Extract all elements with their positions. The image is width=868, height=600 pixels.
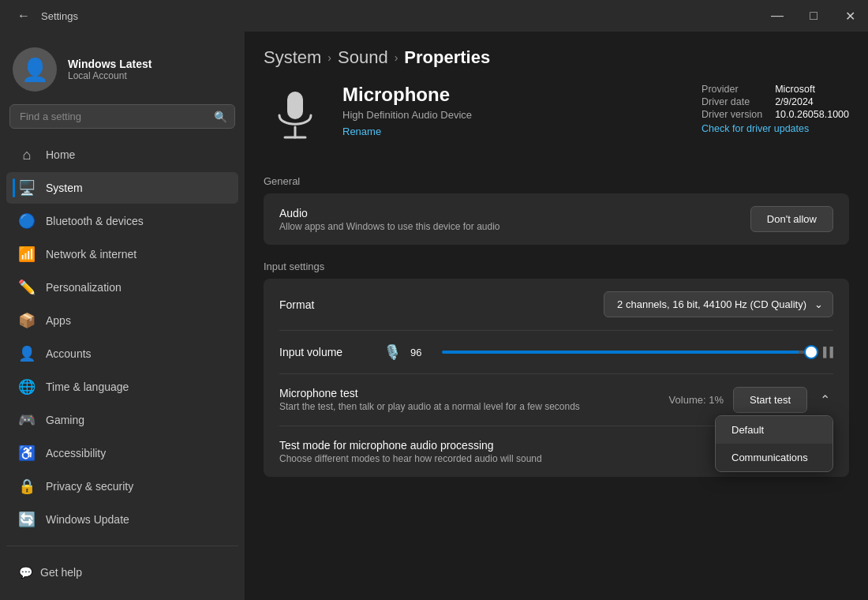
format-row: Format 2 channels, 16 bit, 44100 Hz (CD … [264, 279, 849, 330]
driver-date-label: Driver date [702, 96, 762, 107]
format-select-button[interactable]: 2 channels, 16 bit, 44100 Hz (CD Quality… [604, 291, 833, 317]
home-icon: ⌂ [19, 147, 35, 163]
volume-label: Input volume [279, 346, 374, 358]
titlebar-controls: — □ ✕ [759, 0, 868, 32]
driver-version-label: Driver version [702, 109, 762, 120]
volume-reading: Volume: 1% [669, 394, 724, 406]
dropdown-item-communications[interactable]: Communications [716, 444, 832, 471]
driver-version-value: 10.0.26058.1000 [775, 109, 849, 120]
breadcrumb-sep2: › [395, 51, 398, 64]
sidebar-item-windowsupdate-label: Windows Update [46, 513, 129, 526]
privacy-icon: 🔒 [19, 478, 35, 494]
user-name: Windows Latest [68, 58, 152, 70]
close-button[interactable]: ✕ [832, 0, 868, 32]
user-type: Local Account [68, 70, 152, 81]
search-input[interactable] [9, 104, 235, 129]
input-settings-header: Input settings [264, 248, 849, 279]
sidebar-item-privacy[interactable]: 🔒 Privacy & security [6, 471, 238, 502]
windowsupdate-icon: 🔄 [19, 512, 35, 527]
sidebar-item-personalization-label: Personalization [46, 281, 122, 294]
driver-info: Provider Microsoft Driver date 2/9/2024 … [702, 84, 849, 134]
rename-link[interactable]: Rename [342, 126, 381, 137]
breadcrumb-current: Properties [404, 47, 490, 68]
sidebar-item-system[interactable]: 🖥️ System [6, 172, 238, 204]
sidebar-item-windowsupdate[interactable]: 🔄 Windows Update [6, 504, 238, 535]
volume-mic-icon: 🎙️ [383, 343, 401, 361]
dont-allow-button[interactable]: Don't allow [750, 206, 833, 232]
sidebar-item-network[interactable]: 📶 Network & internet [6, 238, 238, 270]
sidebar-item-accounts[interactable]: 👤 Accounts [6, 338, 238, 369]
microphone-icon-large [264, 84, 327, 147]
audio-setting-card: Audio Allow apps and Windows to use this… [264, 193, 849, 245]
minimize-button[interactable]: — [759, 0, 795, 32]
sidebar-item-time[interactable]: 🌐 Time & language [6, 371, 238, 403]
user-profile: 👤 Windows Latest Local Account [0, 32, 245, 104]
accessibility-icon: ♿ [19, 445, 35, 461]
format-value: 2 channels, 16 bit, 44100 Hz (CD Quality… [617, 298, 806, 310]
device-name: Microphone [342, 84, 686, 106]
mic-test-header: Microphone test Start the test, then tal… [279, 387, 833, 413]
sidebar-item-gaming[interactable]: 🎮 Gaming [6, 404, 238, 436]
audio-setting-row: Audio Allow apps and Windows to use this… [264, 193, 849, 245]
apps-icon: 📦 [19, 313, 35, 328]
breadcrumb-sep1: › [327, 51, 331, 64]
driver-update-link[interactable]: Check for driver updates [702, 123, 849, 134]
test-mode-desc: Choose different modes to hear how recor… [279, 453, 542, 464]
maximize-button[interactable]: □ [795, 0, 832, 32]
audio-setting-desc: Allow apps and Windows to use this devic… [279, 221, 500, 232]
sidebar-item-home[interactable]: ⌂ Home [6, 139, 238, 171]
device-type: High Definition Audio Device [342, 109, 686, 121]
sidebar-item-apps-label: Apps [46, 314, 71, 327]
sidebar-item-accessibility[interactable]: ♿ Accessibility [6, 437, 238, 469]
breadcrumb-system[interactable]: System [264, 47, 321, 68]
svg-rect-0 [287, 92, 303, 119]
chevron-up-icon: ⌃ [820, 393, 830, 407]
main-layout: 👤 Windows Latest Local Account 🔍 ⌂ Home … [0, 32, 868, 600]
user-info: Windows Latest Local Account [68, 58, 152, 81]
sidebar: 👤 Windows Latest Local Account 🔍 ⌂ Home … [0, 32, 245, 600]
mic-test-collapse-button[interactable]: ⌃ [817, 389, 833, 411]
search-icon: 🔍 [214, 111, 227, 123]
provider-value: Microsoft [775, 84, 849, 95]
dropdown-item-default[interactable]: Default [716, 416, 832, 444]
accounts-icon: 👤 [19, 346, 35, 362]
format-chevron-icon: ⌄ [814, 298, 823, 310]
input-settings-card: Format 2 channels, 16 bit, 44100 Hz (CD … [264, 279, 849, 477]
volume-row: Input volume 🎙️ 96 ▐▐ [264, 331, 849, 373]
system-icon: 🖥️ [19, 180, 35, 196]
start-test-button[interactable]: Start test [733, 387, 807, 413]
personalization-icon: ✏️ [19, 279, 35, 295]
audio-setting-title: Audio [279, 207, 500, 219]
sidebar-item-bluetooth-label: Bluetooth & devices [46, 215, 144, 227]
mic-test-right: Volume: 1% Start test ⌃ [669, 387, 833, 413]
volume-number: 96 [410, 347, 432, 358]
get-help-icon: 💬 [19, 566, 32, 579]
test-mode-info: Test mode for microphone audio processin… [279, 439, 542, 464]
content-area: System › Sound › Properties Microphone H… [245, 32, 868, 600]
back-icon: ← [17, 9, 30, 23]
search-box: 🔍 [9, 104, 235, 129]
sidebar-item-bluetooth[interactable]: 🔵 Bluetooth & devices [6, 205, 238, 237]
mic-test-title: Microphone test [279, 387, 580, 399]
volume-max-icon: ▐▐ [820, 347, 833, 358]
active-indicator [13, 180, 15, 196]
test-mode-title: Test mode for microphone audio processin… [279, 439, 542, 452]
sidebar-item-personalization[interactable]: ✏️ Personalization [6, 272, 238, 303]
test-mode-row: Test mode for microphone audio processin… [264, 426, 849, 477]
avatar: 👤 [13, 47, 57, 92]
volume-slider-thumb[interactable] [804, 345, 818, 359]
get-help-label: Get help [40, 566, 82, 579]
sidebar-item-network-label: Network & internet [46, 248, 137, 261]
sidebar-item-gaming-label: Gaming [46, 414, 84, 426]
breadcrumb-sound[interactable]: Sound [338, 47, 388, 68]
sidebar-item-accounts-label: Accounts [46, 347, 92, 360]
network-icon: 📶 [19, 246, 35, 262]
general-section-header: General [264, 163, 849, 193]
back-button[interactable]: ← [13, 5, 35, 27]
sidebar-item-apps[interactable]: 📦 Apps [6, 305, 238, 336]
volume-slider[interactable] [442, 351, 814, 354]
get-help-button[interactable]: 💬 Get help [6, 558, 238, 587]
sidebar-item-home-label: Home [46, 148, 75, 161]
device-info: Microphone High Definition Audio Device … [342, 84, 686, 137]
avatar-icon: 👤 [21, 57, 49, 83]
